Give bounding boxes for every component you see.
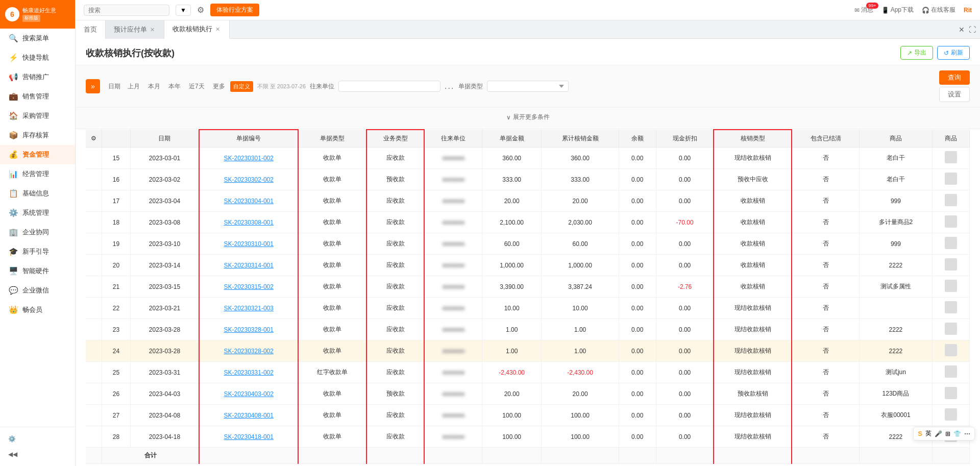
cell-discount: 0.00 xyxy=(656,169,714,190)
table-row[interactable]: 282023-04-18SK-20230418-001收款单应收款■■■■■■1… xyxy=(86,426,970,448)
sidebar-item-operation[interactable]: 📊经营管理 xyxy=(0,164,75,184)
ime-mic[interactable]: 🎤 xyxy=(935,430,942,437)
this-month-btn[interactable]: 本月 xyxy=(145,81,163,92)
sidebar-item-enterprise[interactable]: 🏢企业协同 xyxy=(0,223,75,242)
cell-doc-no[interactable]: SK-20230301-002 xyxy=(199,148,298,169)
dropdown-btn[interactable]: ▼ xyxy=(176,5,191,16)
cell-doc-no[interactable]: SK-20230408-001 xyxy=(199,405,298,426)
sidebar-item-marketing[interactable]: 📢营销推广 xyxy=(0,67,75,87)
expand-more-btn[interactable]: ∨ 展开更多条件 xyxy=(86,111,970,124)
table-row[interactable]: 222023-03-21SK-20230321-003收款单应收款■■■■■■1… xyxy=(86,298,970,319)
doc-no-link[interactable]: SK-20230301-002 xyxy=(224,155,273,162)
partner-input[interactable] xyxy=(338,81,440,92)
this-year-btn[interactable]: 本年 xyxy=(165,81,184,92)
cell-writeoff: 20.00 xyxy=(542,190,619,212)
table-row[interactable]: 162023-03-02SK-20230302-002收款单预收款■■■■■■3… xyxy=(86,169,970,190)
table-row[interactable]: 182023-03-08SK-20230308-001收款单应收款■■■■■■2… xyxy=(86,212,970,233)
doc-no-link[interactable]: SK-20230331-002 xyxy=(224,369,273,376)
filter-settings-button[interactable]: 设置 xyxy=(939,87,970,102)
sidebar-item-inventory[interactable]: 📦库存核算 xyxy=(0,126,75,145)
online-service-btn[interactable]: 🎧 在线客服 xyxy=(922,6,955,14)
table-row[interactable]: 152023-03-01SK-20230301-002收款单应收款■■■■■■3… xyxy=(86,148,970,169)
cell-doc-no[interactable]: SK-20230418-001 xyxy=(199,426,298,448)
doc-no-link[interactable]: SK-20230321-003 xyxy=(224,305,273,312)
maximize-icon[interactable]: ⛶ xyxy=(969,26,976,34)
sidebar-item-system[interactable]: ⚙️系统管理 xyxy=(0,203,75,223)
doc-no-link[interactable]: SK-20230314-001 xyxy=(224,262,273,269)
tab-collection[interactable]: 收款核销执行✕ xyxy=(164,20,230,39)
sidebar-item-newbie[interactable]: 🎓新手引导 xyxy=(0,242,75,261)
table-row[interactable]: 262023-04-03SK-20230403-002收款单预收款■■■■■■2… xyxy=(86,383,970,405)
doc-no-link[interactable]: SK-20230302-002 xyxy=(224,176,273,183)
ime-grid[interactable]: ⊞ xyxy=(945,430,950,437)
sidebar-item-quick-nav[interactable]: ⚡快捷导航 xyxy=(0,48,75,67)
goods-thumbnail xyxy=(945,258,957,271)
voucher-type-select[interactable] xyxy=(487,81,569,92)
cell-doc-no[interactable]: SK-20230314-001 xyxy=(199,255,298,276)
tab-prepay[interactable]: 预计应付单✕ xyxy=(106,20,164,39)
close-tab-icon[interactable]: ✕ xyxy=(959,26,965,34)
cell-doc-no[interactable]: SK-20230315-002 xyxy=(199,276,298,298)
doc-no-link[interactable]: SK-20230328-001 xyxy=(224,326,273,333)
sidebar-item-basic[interactable]: 📋基础信息 xyxy=(0,184,75,203)
doc-no-link[interactable]: SK-20230315-002 xyxy=(224,283,273,290)
sidebar-item-sales[interactable]: 💼销售管理 xyxy=(0,87,75,106)
custom-date-btn[interactable]: 自定义 xyxy=(230,81,253,92)
more-date-btn[interactable]: 更多 xyxy=(210,81,228,92)
cell-doc-no[interactable]: SK-20230304-001 xyxy=(199,190,298,212)
table-row[interactable]: 172023-03-04SK-20230304-001收款单应收款■■■■■■2… xyxy=(86,190,970,212)
sidebar-bottom-settings[interactable]: ⚙️ xyxy=(0,431,75,447)
doc-no-link[interactable]: SK-20230328-002 xyxy=(224,348,273,355)
doc-no-link[interactable]: SK-20230308-001 xyxy=(224,219,273,226)
tab-close-prepay[interactable]: ✕ xyxy=(149,27,156,33)
operation-icon: 📊 xyxy=(8,169,18,179)
filter-expand-button[interactable]: » xyxy=(86,79,100,93)
doc-no-link[interactable]: SK-20230304-001 xyxy=(224,198,273,205)
export-button[interactable]: ↗ 导出 xyxy=(900,46,933,60)
app-download-btn[interactable]: 📱 App下载 xyxy=(881,6,914,14)
sidebar-item-purchase[interactable]: 🏠采购管理 xyxy=(0,106,75,126)
sidebar-item-wechat[interactable]: 💬企业微信 xyxy=(0,281,75,300)
table-row[interactable]: 232023-03-28SK-20230328-001收款单应收款■■■■■■1… xyxy=(86,319,970,340)
cell-doc-no[interactable]: SK-20230310-001 xyxy=(199,233,298,255)
sidebar-item-member[interactable]: 👑畅会员 xyxy=(0,300,75,320)
th-settings[interactable]: ⚙ xyxy=(86,130,102,148)
cell-doc-no[interactable]: SK-20230308-001 xyxy=(199,212,298,233)
sidebar-item-hardware[interactable]: 🖥️智能硬件 xyxy=(0,261,75,281)
table-row[interactable]: 242023-03-28SK-20230328-002收款单应收款■■■■■■1… xyxy=(86,340,970,362)
cell-doc-no[interactable]: SK-20230403-002 xyxy=(199,383,298,405)
expand-more-section: ∨ 展开更多条件 xyxy=(76,108,980,129)
table-row[interactable]: 212023-03-15SK-20230315-002收款单应收款■■■■■■3… xyxy=(86,276,970,298)
sidebar-collapse-btn[interactable]: ◀◀ xyxy=(0,447,75,462)
table-row[interactable]: 252023-03-31SK-20230331-002红字收款单应收款■■■■■… xyxy=(86,362,970,383)
doc-no-link[interactable]: SK-20230418-001 xyxy=(224,433,273,440)
cell-partner: ■■■■■■ xyxy=(424,212,482,233)
query-button[interactable]: 查询 xyxy=(939,70,970,85)
ime-more[interactable]: ⋯ xyxy=(964,430,970,437)
cell-doc-no[interactable]: SK-20230331-002 xyxy=(199,362,298,383)
message-btn[interactable]: ✉ 消息 99+ xyxy=(854,6,873,14)
doc-no-link[interactable]: SK-20230310-001 xyxy=(224,240,273,248)
user-avatar[interactable]: Rit xyxy=(964,7,972,14)
last-month-btn[interactable]: 上月 xyxy=(125,81,143,92)
tab-home[interactable]: 首页 xyxy=(76,20,106,39)
table-row[interactable]: 192023-03-10SK-20230310-001收款单应收款■■■■■■6… xyxy=(86,233,970,255)
cell-doc-no[interactable]: SK-20230302-002 xyxy=(199,169,298,190)
refresh-button[interactable]: ↺ 刷新 xyxy=(937,46,970,60)
solution-button[interactable]: 体验行业方案 xyxy=(210,4,259,16)
table-row[interactable]: 202023-03-14SK-20230314-001收款单应收款■■■■■■1… xyxy=(86,255,970,276)
table-row[interactable]: 272023-04-08SK-20230408-001收款单应收款■■■■■■1… xyxy=(86,405,970,426)
cell-doc-no[interactable]: SK-20230321-003 xyxy=(199,298,298,319)
cell-doc-no[interactable]: SK-20230328-002 xyxy=(199,340,298,362)
doc-no-link[interactable]: SK-20230403-002 xyxy=(224,390,273,398)
more-filters-dots[interactable]: ... xyxy=(445,82,454,91)
cell-doc-no[interactable]: SK-20230328-001 xyxy=(199,319,298,340)
tab-close-collection[interactable]: ✕ xyxy=(214,26,221,33)
gear-icon[interactable]: ⚙ xyxy=(197,5,204,15)
ime-shirt[interactable]: 👕 xyxy=(953,430,961,437)
search-input[interactable] xyxy=(84,5,169,16)
doc-no-link[interactable]: SK-20230408-001 xyxy=(224,412,273,419)
last-7days-btn[interactable]: 近7天 xyxy=(186,81,208,92)
sidebar-item-search[interactable]: 🔍搜索菜单 xyxy=(0,29,75,48)
sidebar-item-finance[interactable]: 💰资金管理 xyxy=(0,145,75,164)
